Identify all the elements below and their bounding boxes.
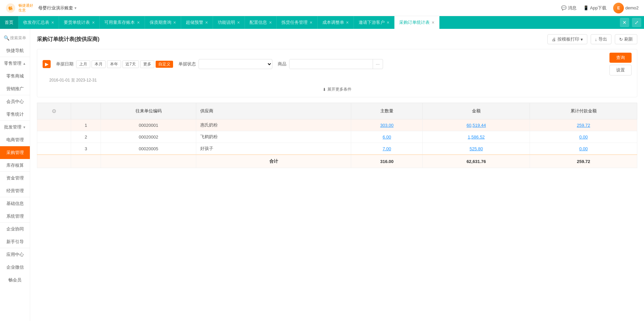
tab-config-info[interactable]: 配置信息 × — [245, 16, 277, 29]
filter-goods-input[interactable] — [289, 59, 373, 69]
close-all-tabs-button[interactable]: ✕ — [620, 18, 629, 27]
message-button[interactable]: 💬 消息 — [561, 5, 577, 11]
tab-invite-downstream-close[interactable]: × — [387, 20, 389, 25]
tab-task-mgmt-close[interactable]: × — [310, 20, 312, 25]
export-icon: ↓ — [595, 37, 597, 42]
sidebar-item-member[interactable]: 畅会员 — [0, 274, 30, 286]
date-btn-prev-month[interactable]: 上月 — [76, 60, 90, 68]
sidebar-item-retail-mgmt[interactable]: 零售管理 ▲ — [0, 57, 30, 70]
template-print-button[interactable]: 🖨 按模板打印 ▾ — [547, 34, 587, 44]
tab-purchase-stats-close[interactable]: × — [432, 20, 434, 25]
tab-cost-adjust-close[interactable]: × — [346, 20, 349, 25]
sidebar-item-app-center[interactable]: 应用中心 — [0, 248, 30, 261]
sidebar-retail-mall-label: 零售商城 — [6, 73, 24, 79]
date-btn-this-year[interactable]: 本年 — [107, 60, 121, 68]
tab-config-info-close[interactable]: × — [269, 20, 272, 25]
sidebar-item-search[interactable]: 🔍 搜索菜单 — [0, 32, 30, 44]
date-btn-7days[interactable]: 近7天 — [122, 60, 139, 68]
sidebar-item-quick-nav[interactable]: 快捷导航 — [0, 44, 30, 57]
sidebar-marketing-label: 营销推广 — [6, 86, 24, 92]
refresh-button[interactable]: ↻ 刷新 — [615, 34, 637, 44]
sidebar-item-capital-mgmt[interactable]: 资金管理 — [0, 172, 30, 184]
row-1-code: 00020001 — [101, 119, 196, 131]
tab-usable-stock[interactable]: 可用量库存账本 × — [100, 16, 145, 29]
sidebar-item-member-center[interactable]: 会员中心 — [0, 95, 30, 108]
sidebar-basic-info-label: 基础信息 — [6, 201, 24, 207]
breadcrumb-dropdown-icon[interactable]: ▾ — [74, 6, 76, 10]
sidebar-item-ecom-mgmt[interactable]: 电商管理 — [0, 133, 30, 146]
tab-function-desc-close[interactable]: × — [237, 20, 240, 25]
sidebar-item-operation-mgmt[interactable]: 经营管理 — [0, 184, 30, 197]
footer-empty-1 — [37, 155, 71, 168]
filter-status-label: 单据状态 — [178, 61, 196, 67]
tab-overstock-warning[interactable]: 超储预警 × — [181, 16, 213, 29]
maximize-button[interactable]: ⤢ — [632, 18, 641, 27]
tab-goods-stats[interactable]: 要货单统计表 × — [59, 16, 100, 29]
sidebar-item-marketing[interactable]: 营销推广 — [0, 83, 30, 95]
tab-cost-adjust[interactable]: 成本调整单 × — [318, 16, 354, 29]
filter-goods-label: 商品 — [278, 61, 286, 67]
sidebar-item-enterprise-wechat[interactable]: 企业微信 — [0, 261, 30, 274]
table-settings-icon[interactable]: ⚙ — [49, 106, 59, 116]
col-index-header — [71, 103, 101, 119]
filter-status-select[interactable] — [199, 59, 272, 69]
row-1-paid[interactable]: 259.72 — [530, 119, 637, 131]
sidebar-item-new-guide[interactable]: 新手引导 — [0, 235, 30, 248]
page-container: 采购订单统计表(按供应商) 🖨 按模板打印 ▾ ↓ 导出 ↻ 刷新 — [30, 29, 644, 321]
settings-button[interactable]: 设置 — [609, 65, 632, 75]
app-download-button[interactable]: 📱 App下载 — [583, 5, 606, 11]
table-header-row: ⚙ 往来单位编码 供应商 主数量 金额 累计付款金额 — [37, 103, 637, 119]
user-menu-button[interactable]: E demo2 — [613, 3, 639, 13]
table-row: 3 00020005 好孩子 7.00 525.80 0.00 — [37, 143, 637, 155]
filter-goods-group: 商品 ··· — [278, 59, 383, 69]
tab-collect-send[interactable]: 收发存汇总表 × — [18, 16, 59, 29]
filter-goods-input-wrapper: ··· — [289, 59, 383, 69]
date-btn-this-month[interactable]: 本月 — [92, 60, 106, 68]
row-3-amount[interactable]: 525.80 — [423, 143, 530, 155]
col-settings-header[interactable]: ⚙ — [37, 103, 71, 119]
sidebar-item-retail-mall[interactable]: 零售商城 — [0, 70, 30, 83]
date-custom-badge[interactable]: 自定义 — [156, 61, 173, 68]
expand-more-button[interactable]: ⬇ 展开更多条件 — [319, 85, 356, 94]
row-3-code: 00020005 — [101, 143, 196, 155]
filter-toggle-button[interactable]: ▶ — [43, 60, 51, 68]
tab-function-desc[interactable]: 功能说明 × — [213, 16, 245, 29]
tab-usable-stock-close[interactable]: × — [137, 20, 140, 25]
breadcrumb-area: 母婴行业演示账套 ▾ — [36, 5, 561, 11]
sidebar-item-wholesale-mgmt[interactable]: 批发管理 ▼ — [0, 121, 30, 133]
sidebar-item-retail-stats[interactable]: 零售统计 — [0, 108, 30, 121]
row-3-paid[interactable]: 0.00 — [530, 143, 637, 155]
tab-task-mgmt[interactable]: 拣货任务管理 × — [277, 16, 317, 29]
tab-shelf-life[interactable]: 保质期查询 × — [145, 16, 181, 29]
sidebar-item-purchase-mgmt[interactable]: 采购管理 — [0, 146, 30, 159]
row-2-qty[interactable]: 6.00 — [351, 131, 423, 143]
sidebar-system-mgmt-label: 系统管理 — [6, 213, 24, 219]
col-qty-header: 主数量 — [351, 103, 423, 119]
sidebar-item-basic-info[interactable]: 基础信息 — [0, 197, 30, 210]
tab-overstock-warning-close[interactable]: × — [205, 20, 208, 25]
row-1-checkbox-cell — [37, 119, 71, 131]
sidebar-item-system-mgmt[interactable]: 系统管理 — [0, 210, 30, 223]
tab-goods-stats-close[interactable]: × — [92, 20, 95, 25]
row-1-qty[interactable]: 303.00 — [351, 119, 423, 131]
tab-invite-downstream[interactable]: 邀请下游客户 × — [354, 16, 394, 29]
tab-purchase-stats[interactable]: 采购订单统计表 × — [394, 16, 439, 29]
row-1-supplier: 惠氏奶粉 — [196, 119, 351, 131]
sidebar-item-enterprise-collab[interactable]: 企业协同 — [0, 223, 30, 235]
filter-expand-row: ⬇ 展开更多条件 — [43, 85, 632, 94]
row-2-amount[interactable]: 1,586.52 — [423, 131, 530, 143]
tab-shelf-life-close[interactable]: × — [173, 20, 176, 25]
filter-goods-more-btn[interactable]: ··· — [373, 59, 383, 69]
row-2-paid[interactable]: 0.00 — [530, 131, 637, 143]
tab-home[interactable]: 首页 — [0, 16, 18, 29]
tab-collect-send-close[interactable]: × — [51, 20, 54, 25]
row-3-qty[interactable]: 7.00 — [351, 143, 423, 155]
row-1-amount[interactable]: 60,519.44 — [423, 119, 530, 131]
sidebar-app-center-label: 应用中心 — [6, 252, 24, 258]
print-icon: 🖨 — [552, 37, 556, 42]
query-button[interactable]: 查询 — [609, 53, 632, 63]
date-btn-more[interactable]: 更多 — [140, 60, 154, 68]
tab-bar: 首页 收发存汇总表 × 要货单统计表 × 可用量库存账本 × 保质期查询 × 超… — [0, 16, 644, 29]
export-button[interactable]: ↓ 导出 — [591, 34, 612, 44]
sidebar-item-inventory-check[interactable]: 库存核算 — [0, 159, 30, 172]
